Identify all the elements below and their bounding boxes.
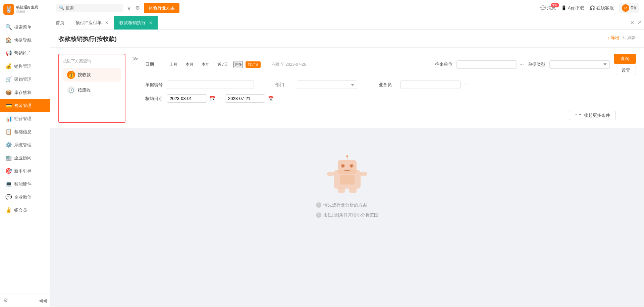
more-conditions-button[interactable]: ⌃⌃ 收起更多条件 [569,111,616,120]
date-btn-last-month[interactable]: 上月 [167,61,180,68]
tab-home-label: 首页 [56,20,64,26]
sidebar-item-inventory[interactable]: 📦 库存核算 [0,86,50,99]
page-header: 收款核销执行(按收款) ↑ 导出 ↻ 刷新 [50,30,644,47]
message-icon: 💬 [540,5,546,10]
date-btn-more[interactable]: 更多 [233,61,243,68]
right-filters: 往来单位 ··· 单据类型 查询 [435,54,636,75]
logo-title: 畅捷通好生意 [16,5,38,9]
doc-type-select[interactable] [549,60,610,69]
sidebar-item-quick-nav[interactable]: 🏠 快捷导航 [0,34,50,47]
svg-rect-9 [360,172,367,176]
svg-rect-11 [349,188,357,193]
purchase-icon: 🛒 [5,76,11,83]
date-unlimited-text: 不限 至 2023-07-26 [271,62,306,67]
sidebar-item-operation[interactable]: 📊 经营管理 [0,112,50,125]
sidebar-item-finance[interactable]: 💳 资金管理 [0,99,50,112]
sidebar-item-basic-info[interactable]: 📋 基础信息 [0,125,50,138]
filter-field-date: 日期 上月 本月 本年 近7天 更多 自定义 [145,61,261,68]
svg-rect-8 [327,172,334,176]
topbar-dropdown-icon[interactable]: ∨ [127,4,131,12]
date-btn-this-year[interactable]: 本年 [199,61,212,68]
tabbar-expand-icon[interactable]: ⤢ [637,19,641,26]
filter-row-3: 核销日期 📅 — 📅 [145,94,636,103]
logo-icon: 🐰 [3,4,14,15]
tab-receipt-verify-close[interactable]: ✕ [149,20,152,25]
sidebar-label-wechat: 企业微信 [14,194,32,200]
tab-home[interactable]: 首页 [50,16,70,30]
sidebar-label-inventory: 库存核算 [14,90,32,96]
sidebar-item-search[interactable]: 🔍 搜索菜单 [0,20,50,34]
export-button[interactable]: ↑ 导出 [607,35,620,41]
sidebar-bottom: ⚙ ◀◀ [0,294,50,307]
refresh-button[interactable]: ↻ 刷新 [622,35,636,41]
query-button[interactable]: 查询 [614,54,636,64]
receipt-option-label: 按收款 [78,72,91,78]
filter-field-staff: 业务员 ··· [379,81,468,89]
topbar-service[interactable]: 🎧 在线客服 [590,5,614,11]
topbar-search-container[interactable]: 🔍 [56,4,123,12]
svg-point-7 [346,155,348,157]
verify-date-end-input[interactable] [225,94,265,103]
refresh-icon: ↻ [622,36,626,41]
filter-option-receivable[interactable]: 🕐 按应收 [63,84,121,97]
sidebar-item-enterprise[interactable]: 🏢 企业协同 [0,151,50,164]
sidebar-nav: 🔍 搜索菜单 🏠 快捷导航 📢 营销推广 💰 销售管理 🛒 采购管理 📦 库存核… [0,19,50,294]
topbar-user[interactable]: R Rit [619,3,639,13]
svg-point-5 [351,165,353,167]
sidebar-item-wechat[interactable]: 💬 企业微信 [0,191,50,204]
tab-prepay-label: 预付冲应付单 [75,20,102,26]
counterparty-ellipsis[interactable]: ··· [520,61,524,67]
collapse-icon[interactable]: ◀◀ [39,297,47,304]
tab-prepay[interactable]: 预付冲应付单 ✕ [70,16,114,30]
verify-date-start-input[interactable] [167,94,207,103]
settings-icon[interactable]: ⚙ [3,297,8,304]
sidebar-label-operation: 经营管理 [14,116,32,122]
date-separator: — [218,96,222,101]
hardware-icon: 💻 [5,181,11,187]
finance-icon: 💳 [5,102,11,109]
topbar-app-download[interactable]: 📱 App下载 [561,5,584,11]
sidebar-item-sales[interactable]: 💰 销售管理 [0,60,50,73]
tab-prepay-close[interactable]: ✕ [105,20,108,25]
receivable-option-icon: 🕐 [67,86,75,94]
solution-button[interactable]: 体验行业方案 [144,3,179,13]
filter-settings-button[interactable]: 设置 [616,66,636,75]
search-icon: 🔍 [5,24,11,30]
sidebar-label-purchase: 采购管理 [14,76,32,83]
sidebar-item-hardware[interactable]: 💻 智能硬件 [0,177,50,191]
counterparty-label: 往来单位 [435,61,454,67]
doc-type-label: 单据类型 [528,61,547,67]
date-btn-this-month[interactable]: 本月 [183,61,196,68]
counterparty-input[interactable] [457,60,517,69]
sidebar-item-purchase[interactable]: 🛒 采购管理 [0,73,50,86]
date-group: 上月 本月 本年 近7天 更多 自定义 [167,61,261,68]
dept-select[interactable] [297,81,357,89]
date-btn-7days[interactable]: 近7天 [215,61,231,68]
doc-number-input[interactable] [167,81,254,89]
staff-input[interactable] [400,81,461,89]
sidebar-item-vip[interactable]: ✌️ 畅会员 [0,204,50,217]
staff-ellipsis[interactable]: ··· [463,82,468,88]
verify-date-start-calendar[interactable]: 📅 [210,96,215,101]
topbar-gear-icon[interactable]: ⚙ [135,5,140,11]
filter-option-receipt[interactable]: 💰 按收款 [63,68,121,82]
filter-sidebar: 按以下方案查询 💰 按收款 🕐 按应收 [58,54,125,123]
user-name: Rit [631,5,636,10]
topbar-message[interactable]: 💬 消息 99+ [540,5,556,11]
logo-badge: 标准版 [16,10,38,14]
query-actions: 查询 设置 [614,54,636,75]
sidebar-item-marketing[interactable]: 📢 营销推广 [0,47,50,60]
tab-receipt-verify[interactable]: 收款核销执行 ✕ [114,16,158,30]
filter-field-verify-date: 核销日期 📅 — 📅 [145,94,274,103]
sidebar-item-system[interactable]: ⚙️ 系统管理 [0,138,50,151]
wechat-icon: 💬 [5,194,11,200]
filter-collapse-button[interactable]: ≫ [131,55,140,62]
tip1-num: 1 [316,202,321,208]
inventory-icon: 📦 [5,89,11,96]
tabbar-close-icon[interactable]: ✕ [630,19,634,26]
search-input[interactable] [66,6,116,10]
sidebar-item-guide[interactable]: 🎯 新手引导 [0,164,50,177]
svg-point-4 [342,165,344,167]
verify-date-end-calendar[interactable]: 📅 [268,96,274,101]
sidebar-label-vip: 畅会员 [14,207,27,213]
